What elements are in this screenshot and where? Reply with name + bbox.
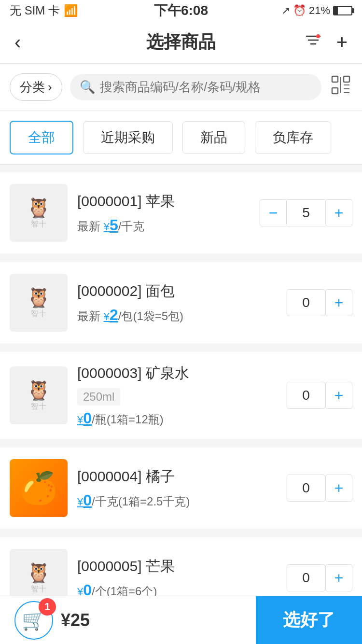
product-price-2: ¥0/瓶(1箱=12瓶) [77, 409, 277, 427]
bottom-bar: 🛒 1 ¥25 选好了 [0, 596, 362, 644]
owl-logo-1: 🦉 [27, 286, 51, 309]
product-info-1: [0000002] 面包 最新 ¥2/包(1袋=5包) [77, 281, 277, 324]
battery-percent: 21% [309, 4, 330, 17]
owl-text-1: 智十 [27, 309, 51, 319]
plus-button-0[interactable]: + [325, 199, 352, 226]
nav-bar: ‹ 选择商品 + [0, 21, 362, 64]
plus-button-4[interactable]: + [325, 564, 352, 591]
owl-logo-0: 🦉 [27, 196, 51, 219]
nav-right: + [305, 31, 348, 53]
svg-rect-4 [332, 76, 338, 82]
owl-text-2: 智十 [27, 402, 51, 412]
qty-input-1[interactable] [287, 289, 325, 316]
qty-input-3[interactable] [287, 475, 325, 502]
scan-icon[interactable] [329, 73, 352, 101]
chevron-right-icon: › [48, 80, 52, 95]
product-spec-2: 250ml [77, 388, 120, 406]
product-image-1: 🦉 智十 [10, 274, 68, 332]
product-name-3: [0000004] 橘子 [77, 467, 277, 487]
alarm-icon: ⏰ [293, 4, 306, 17]
status-right: ↗ ⏰ 21% [281, 4, 352, 17]
tab-new[interactable]: 新品 [182, 121, 245, 154]
svg-rect-5 [344, 76, 349, 82]
list-item: 🦉 智十 [0000002] 面包 最新 ¥2/包(1袋=5包) + [0, 262, 362, 343]
product-info-2: [0000003] 矿泉水 250ml ¥0/瓶(1箱=12瓶) [77, 364, 277, 427]
plus-button-3[interactable]: + [325, 475, 352, 502]
list-item: 🍊 [0000004] 橘子 ¥0/千克(1箱=2.5千克) + [0, 448, 362, 529]
product-image-2: 🦉 智十 [10, 366, 68, 424]
wifi-icon: 📶 [64, 4, 78, 17]
search-input[interactable] [100, 80, 312, 95]
minus-button-0[interactable]: − [260, 199, 287, 226]
search-icon: 🔍 [80, 80, 95, 95]
qty-control-1: + [287, 289, 352, 316]
plus-button-2[interactable]: + [325, 382, 352, 409]
list-item: 🦉 智十 [0000001] 苹果 最新 ¥5/千克 − + [0, 172, 362, 253]
battery-icon [333, 6, 352, 15]
cart-total: ¥25 [61, 610, 90, 630]
list-item: 🦉 智十 [0000003] 矿泉水 250ml ¥0/瓶(1箱=12瓶) + [0, 352, 362, 439]
owl-logo-2: 🦉 [27, 379, 51, 402]
cart-badge: 1 [39, 598, 56, 616]
location-icon: ↗ [281, 4, 290, 17]
tab-all[interactable]: 全部 [10, 121, 73, 154]
divider-3 [0, 440, 362, 448]
product-image-0: 🦉 智十 [10, 184, 68, 242]
svg-rect-6 [332, 88, 338, 94]
qty-control-0: − + [260, 199, 352, 226]
add-button[interactable]: + [336, 31, 348, 53]
product-list: 🦉 智十 [0000001] 苹果 最新 ¥5/千克 − + 🦉 智十 [ [0, 172, 362, 644]
status-bar: 无 SIM 卡 📶 下午6:08 ↗ ⏰ 21% [0, 0, 362, 21]
status-time: 下午6:08 [154, 1, 208, 20]
product-name-2: [0000003] 矿泉水 [77, 364, 277, 383]
page-title: 选择商品 [146, 30, 216, 54]
product-price-0: 最新 ¥5/千克 [77, 216, 250, 234]
search-area: 分类 › 🔍 [0, 64, 362, 111]
svg-point-3 [316, 34, 320, 38]
product-price-1: 最新 ¥2/包(1袋=5包) [77, 306, 277, 324]
qty-control-2: + [287, 382, 352, 409]
qty-input-2[interactable] [287, 382, 325, 409]
qty-input-0[interactable] [287, 199, 325, 226]
product-info-0: [0000001] 苹果 最新 ¥5/千克 [77, 192, 250, 234]
confirm-button[interactable]: 选好了 [256, 596, 362, 644]
category-button[interactable]: 分类 › [10, 73, 62, 101]
product-name-0: [0000001] 苹果 [77, 192, 250, 211]
qty-input-4[interactable] [287, 564, 325, 591]
back-button[interactable]: ‹ [14, 31, 21, 53]
product-name-1: [0000002] 面包 [77, 281, 277, 301]
divider-4 [0, 530, 362, 537]
product-name-4: [0000005] 芒果 [77, 557, 277, 576]
divider-top [0, 165, 362, 172]
product-info-4: [0000005] 芒果 ¥0/个(1箱=6个) [77, 557, 277, 599]
product-image-3: 🍊 [10, 459, 68, 517]
category-label: 分类 [20, 79, 45, 96]
product-info-3: [0000004] 橘子 ¥0/千克(1箱=2.5千克) [77, 467, 277, 509]
owl-text-4: 智十 [27, 584, 51, 594]
divider-2 [0, 344, 362, 352]
filter-tabs: 全部 近期采购 新品 负库存 [0, 111, 362, 165]
tab-negative[interactable]: 负库存 [255, 121, 331, 154]
tab-recent[interactable]: 近期采购 [83, 121, 173, 154]
cart-icon-wrap[interactable]: 🛒 1 [14, 601, 53, 640]
filter-icon[interactable] [305, 31, 322, 53]
divider-1 [0, 254, 362, 262]
plus-button-1[interactable]: + [325, 289, 352, 316]
search-box: 🔍 [70, 74, 321, 100]
cart-area: 🛒 1 ¥25 [0, 601, 256, 640]
owl-text-0: 智十 [27, 219, 51, 229]
product-price-3: ¥0/千克(1箱=2.5千克) [77, 491, 277, 509]
qty-control-4: + [287, 564, 352, 591]
carrier-label: 无 SIM 卡 [10, 3, 60, 18]
status-left: 无 SIM 卡 📶 [10, 3, 78, 18]
owl-logo-4: 🦉 [27, 561, 51, 584]
qty-control-3: + [287, 475, 352, 502]
